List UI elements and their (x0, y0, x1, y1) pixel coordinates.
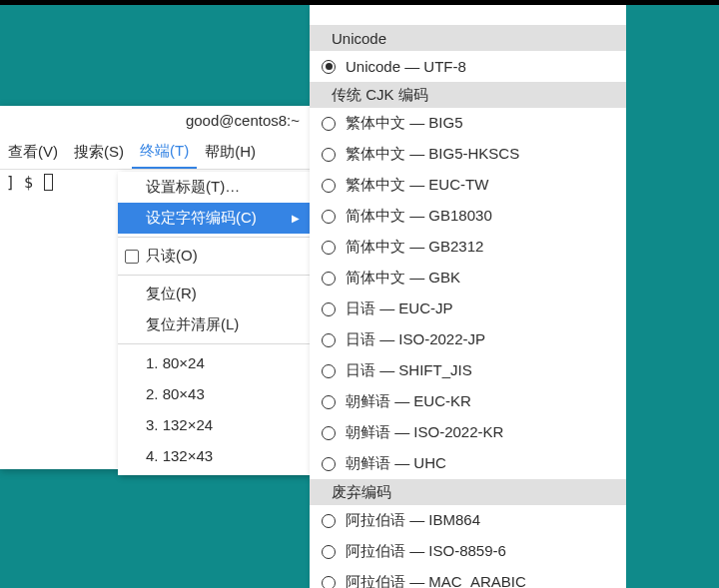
menu-set-title[interactable]: 设置标题(T)… (118, 172, 310, 203)
encoding-submenu: Unicode Unicode — UTF-8 传统 CJK 编码 繁体中文 —… (310, 5, 627, 588)
encoding-option[interactable]: 简体中文 — GB2312 (310, 232, 627, 263)
menu-size-132x24[interactable]: 3. 132×24 (118, 409, 310, 440)
cursor (44, 174, 53, 191)
encoding-option[interactable]: 日语 — EUC-JP (310, 294, 627, 324)
radio-icon (322, 426, 336, 440)
radio-icon (322, 272, 336, 286)
radio-icon (322, 333, 336, 347)
encoding-option[interactable]: 日语 — ISO-2022-JP (310, 324, 627, 355)
menu-size-80x24[interactable]: 1. 80×24 (118, 347, 310, 378)
checkbox-icon (125, 250, 139, 264)
separator (118, 275, 310, 276)
encoding-option[interactable]: 阿拉伯语 — ISO-8859-6 (310, 536, 627, 567)
menu-set-encoding[interactable]: 设定字符编码(C) ▶ (118, 203, 310, 234)
encoding-option[interactable]: 简体中文 — GBK (310, 263, 627, 294)
radio-icon (322, 364, 336, 378)
radio-icon (322, 179, 336, 193)
terminal-menu-dropdown: 设置标题(T)… 设定字符编码(C) ▶ 只读(O) 复位(R) 复位并清屏(L… (118, 172, 310, 475)
radio-icon (322, 576, 336, 589)
radio-icon (322, 457, 336, 471)
desktop-right (626, 5, 719, 588)
menubar-item-terminal[interactable]: 终端(T) (132, 136, 197, 169)
encoding-group-header: Unicode (310, 25, 627, 51)
menu-readonly[interactable]: 只读(O) (118, 241, 310, 272)
menu-reset-clear[interactable]: 复位并清屏(L) (118, 309, 310, 340)
encoding-option[interactable]: 朝鲜语 — UHC (310, 448, 627, 479)
titlebar[interactable]: good@centos8:~ (0, 106, 310, 136)
encoding-group-header: 废弃编码 (310, 479, 627, 505)
menubar: 查看(V) 搜索(S) 终端(T) 帮助(H) (0, 136, 310, 170)
radio-icon (322, 117, 336, 131)
encoding-option[interactable]: 阿拉伯语 — IBM864 (310, 505, 627, 536)
menu-reset[interactable]: 复位(R) (118, 279, 310, 309)
encoding-option[interactable]: 朝鲜语 — ISO-2022-KR (310, 417, 627, 448)
encoding-option-utf8[interactable]: Unicode — UTF-8 (310, 51, 627, 82)
radio-icon (322, 210, 336, 224)
radio-icon (322, 545, 336, 559)
separator (118, 343, 310, 344)
encoding-group-header: 传统 CJK 编码 (310, 82, 627, 108)
encoding-option[interactable]: 繁体中文 — BIG5 (310, 108, 627, 139)
menu-size-80x43[interactable]: 2. 80×43 (118, 378, 310, 409)
separator (118, 237, 310, 238)
menu-size-132x43[interactable]: 4. 132×43 (118, 440, 310, 471)
radio-icon (322, 241, 336, 255)
encoding-option[interactable]: 阿拉伯语 — MAC_ARABIC (310, 567, 627, 588)
encoding-option[interactable]: 繁体中文 — EUC-TW (310, 170, 627, 201)
encoding-option[interactable]: 繁体中文 — BIG5-HKSCS (310, 139, 627, 170)
encoding-option[interactable]: 简体中文 — GB18030 (310, 201, 627, 232)
radio-icon (322, 302, 336, 316)
menubar-item-search[interactable]: 搜索(S) (66, 136, 132, 169)
radio-icon (322, 60, 336, 74)
prompt: ] $ (6, 174, 42, 192)
radio-icon (322, 395, 336, 409)
encoding-option[interactable]: 朝鲜语 — EUC-KR (310, 386, 627, 417)
radio-icon (322, 148, 336, 162)
window-title: good@centos8:~ (186, 112, 300, 129)
menubar-item-view[interactable]: 查看(V) (0, 136, 66, 169)
chevron-right-icon: ▶ (292, 213, 300, 224)
menubar-item-help[interactable]: 帮助(H) (197, 136, 264, 169)
encoding-option[interactable]: 日语 — SHIFT_JIS (310, 355, 627, 386)
radio-icon (322, 514, 336, 528)
